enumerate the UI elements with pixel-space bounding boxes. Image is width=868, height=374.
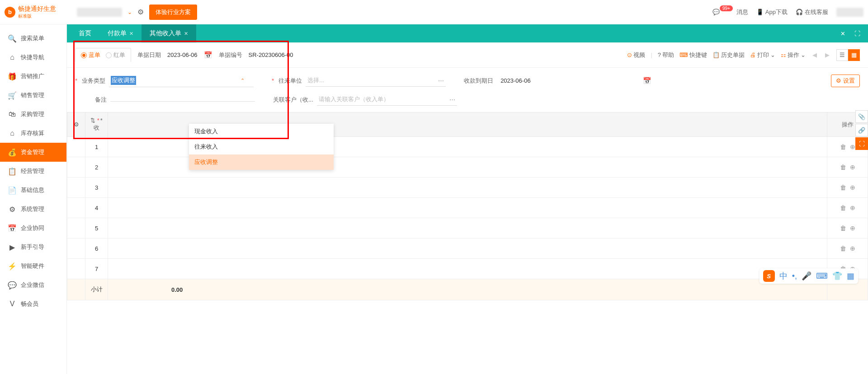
biz-type-select[interactable]: 应收调整 ⌃ [109,74,254,87]
subtotal-value: 0.00 [108,279,827,300]
sidebar-item-purchase[interactable]: 🛍采购管理 [0,105,66,124]
copy-icon[interactable]: ⊕ [850,184,855,191]
ime-grid-icon[interactable]: ▦ [847,271,854,281]
partner-input[interactable]: 选择... ⋯ [306,75,446,87]
ime-skin-icon[interactable]: 👕 [832,271,842,281]
side-tool-3[interactable]: ⛶ [855,137,868,150]
copy-icon[interactable]: ⊕ [850,224,855,232]
card-view-button[interactable]: ▦ [848,49,860,61]
ime-mic-icon[interactable]: 🎤 [802,271,811,281]
copy-icon[interactable]: ⊕ [850,164,855,171]
delete-icon[interactable]: 🗑 [840,245,846,252]
table-row[interactable]: 2🗑⊕ [67,157,868,178]
biz-type-field: * 业务类型 应收调整 ⌃ [75,74,254,87]
video-button[interactable]: ⊙视频 [627,51,645,59]
vip-icon: V [8,300,16,308]
hardware-icon: ⚡ [8,262,16,270]
delete-icon[interactable]: 🗑 [840,224,846,232]
delete-icon[interactable]: 🗑 [840,164,846,171]
history-icon: 📋 [712,51,720,58]
prev-icon[interactable]: ◀ [811,51,818,58]
close-all-icon[interactable]: ✕ [837,28,848,39]
table-gear-header[interactable]: ⚙ [67,112,85,137]
sidebar-item-marketing[interactable]: 🎁营销推广 [0,67,66,86]
date-value[interactable]: 2023-06-06 [167,51,198,58]
dropdown-item-adjust[interactable]: 应收调整 [189,154,334,170]
copy-icon[interactable]: ⊕ [850,245,855,252]
list-view-button[interactable]: ☰ [836,49,848,61]
radio-blue[interactable]: 蓝单 [81,51,100,59]
sidebar-item-inventory[interactable]: ⌂库存核算 [0,124,66,143]
app-download-button[interactable]: 📱 App下载 [756,8,788,16]
table-sort-header[interactable]: ⇅ **收 [85,112,108,137]
table-row[interactable]: 3🗑⊕ [67,178,868,198]
keyboard-icon: ⌨ [679,51,688,58]
history-button[interactable]: 📋历史单据 [712,51,745,59]
tab-payment[interactable]: 付款单✕ [99,24,142,42]
play-icon: ⊙ [627,51,632,58]
table-row[interactable]: 6🗑⊕ [67,238,868,259]
ime-punct-icon[interactable]: •, [792,271,797,281]
form-row-1: * 业务类型 应收调整 ⌃ * 往来单位 选择... ⋯ 收款到 [67,68,868,94]
print-button[interactable]: 🖨打印⌄ [750,51,775,59]
sidebar-item-search[interactable]: 🔍搜索菜单 [0,29,66,48]
sidebar-item-wechat[interactable]: 💬企业微信 [0,276,66,295]
sidebar-item-collab[interactable]: 📅企业协同 [0,219,66,238]
settings-button[interactable]: ⚙ 设置 [831,75,860,87]
expand-icon[interactable]: ⛶ [852,28,863,39]
table-row[interactable]: 5🗑⊕ [67,218,868,238]
dropdown-item-cash[interactable]: 现金收入 [189,124,334,139]
shortcut-button[interactable]: ⌨快捷键 [679,51,707,59]
doc-type-radio: 蓝单 红单 [75,48,131,62]
gear-icon[interactable]: ⚙ [137,8,144,16]
remark-input[interactable] [110,98,255,102]
copy-icon[interactable]: ⊕ [850,204,855,211]
table-row[interactable]: 4🗑⊕ [67,198,868,218]
sidebar-item-basic[interactable]: 📄基础信息 [0,181,66,200]
ime-mode[interactable]: 中 [779,271,788,281]
close-icon[interactable]: ✕ [129,31,133,37]
sidebar-item-hardware[interactable]: ⚡智能硬件 [0,257,66,276]
sidebar-item-guide[interactable]: ▶新手引导 [0,238,66,257]
delete-icon[interactable]: 🗑 [840,184,846,191]
side-tool-1[interactable]: 📎 [855,110,868,123]
trial-button[interactable]: 体验行业方案 [149,5,197,20]
table-row[interactable]: 7🗑⊕ [67,259,868,279]
tabs-actions: ✕ ⛶ [837,28,868,39]
chevron-up-icon: ⌃ [241,78,245,84]
sidebar-item-member[interactable]: V畅会员 [0,295,66,313]
more-icon[interactable]: ⋯ [438,77,444,84]
messages-button[interactable]: 💬 99+ 消息 [712,8,748,16]
copy-icon[interactable]: ⊕ [850,143,855,150]
calendar-icon[interactable]: 📅 [643,77,651,85]
sidebar-item-quicknav[interactable]: ⌂快捷导航 [0,48,66,67]
more-icon[interactable]: ⋯ [449,96,455,103]
help-button[interactable]: ?帮助 [658,51,674,59]
ime-keyboard-icon[interactable]: ⌨ [816,271,828,281]
close-icon[interactable]: ✕ [184,31,188,37]
help-icon: ? [658,51,661,58]
sidebar-item-system[interactable]: ⚙系统管理 [0,200,66,219]
operate-button[interactable]: ⚏操作⌄ [781,51,806,59]
due-value[interactable]: 2023-06-06 [500,77,531,84]
support-button[interactable]: 🎧 在线客服 [796,8,828,16]
dropdown-item-partner[interactable]: 往来收入 [189,139,334,154]
next-icon[interactable]: ▶ [824,51,831,58]
assoc-input[interactable]: 请输入关联客户（收入单） ⋯ [317,94,457,106]
sidebar-item-operation[interactable]: 📋经营管理 [0,162,66,181]
print-icon: 🖨 [750,51,756,58]
ime-logo-icon[interactable]: S [763,270,775,282]
user-blurred[interactable] [836,8,863,17]
delete-icon[interactable]: 🗑 [840,204,846,211]
table-row[interactable]: 1🗑⊕ [67,137,868,157]
sidebar-item-sales[interactable]: 🛒销售管理 [0,86,66,105]
sidebar-item-funds[interactable]: 💰资金管理 [0,143,66,162]
delete-icon[interactable]: 🗑 [840,143,846,150]
chevron-down-icon[interactable]: ⌄ [127,9,132,15]
tab-other-income[interactable]: 其他收入单✕ [142,24,196,42]
side-tool-2[interactable]: 🔗 [855,124,868,136]
tab-home[interactable]: 首页 [71,24,99,42]
side-tools: 📎 🔗 ⛶ [855,110,868,150]
calendar-icon[interactable]: 📅 [204,51,212,59]
radio-red[interactable]: 红单 [106,51,125,59]
